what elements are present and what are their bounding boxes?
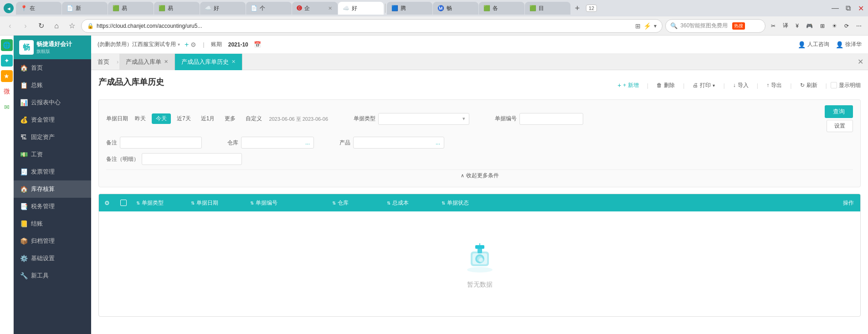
- translate-tool-btn[interactable]: 译: [780, 20, 791, 32]
- tab-item-8[interactable]: ☁️ 好: [338, 2, 384, 15]
- show-cols-check[interactable]: 显示明细: [831, 82, 861, 89]
- sidebar-item-ledger[interactable]: 📋 总账: [14, 77, 91, 94]
- product-select[interactable]: ...: [353, 137, 444, 149]
- query-btn[interactable]: 查询: [825, 105, 853, 118]
- tab-item-7[interactable]: 🅒 企 ✕: [292, 2, 338, 15]
- company-settings-icon[interactable]: ⚙: [190, 41, 196, 48]
- export-btn[interactable]: ↑ 导出: [762, 80, 786, 91]
- nav-home-btn[interactable]: ⌂: [50, 20, 63, 32]
- breadcrumb-tab-history-close[interactable]: ✕: [231, 59, 236, 65]
- close-panel-btn[interactable]: ✕: [858, 57, 863, 66]
- collapse-btn[interactable]: ∧ 收起更多条件: [106, 170, 853, 181]
- sidebar-item-newtool[interactable]: 🔧 新工具: [14, 267, 91, 284]
- type-select[interactable]: ▾: [378, 113, 469, 125]
- tab-item-1[interactable]: 📍 在: [16, 2, 62, 15]
- print-btn[interactable]: 🖨 打印 ▾: [688, 80, 719, 91]
- icon-sidebar-weibo[interactable]: 微: [1, 86, 13, 98]
- header-checkbox[interactable]: [120, 200, 127, 206]
- th-checkbox[interactable]: [115, 200, 132, 206]
- delete-btn[interactable]: 🗑 删除: [652, 80, 679, 91]
- game-tool-btn[interactable]: 🎮: [803, 20, 816, 32]
- sidebar-item-home[interactable]: 🏠 首页: [14, 59, 91, 77]
- date-btn-custom[interactable]: 自定义: [241, 113, 266, 124]
- nav-refresh-btn[interactable]: ↻: [35, 20, 47, 32]
- browser-back-icon[interactable]: ◂: [4, 3, 14, 13]
- sidebar-item-inventory[interactable]: 🏠 库存核算: [14, 180, 91, 198]
- tab-item-3[interactable]: 🟩 易: [108, 2, 154, 15]
- import-btn[interactable]: ↓ 导入: [729, 80, 753, 91]
- search-settings-btn[interactable]: 设置: [827, 120, 853, 132]
- search-bar[interactable]: 🔍 360智能抠图免费用 热搜: [665, 19, 765, 33]
- performance-icon[interactable]: ⚡: [643, 22, 651, 30]
- notes-input[interactable]: [120, 137, 202, 149]
- browser-settings-btn[interactable]: ⋯: [853, 20, 864, 32]
- tab-item-6[interactable]: 📄 个: [246, 2, 292, 15]
- tab-close-7[interactable]: ✕: [327, 5, 333, 12]
- detail-notes-input[interactable]: [142, 153, 242, 165]
- scissors-tool-btn[interactable]: ✂: [768, 20, 778, 32]
- th-status[interactable]: ⇅ 单据状态: [437, 199, 496, 207]
- address-bar[interactable]: 🔒 https://cloud.chanjet.com/accounting/u…: [81, 19, 663, 33]
- tab-item-9[interactable]: 🟦 腾: [387, 2, 432, 15]
- sidebar-item-report[interactable]: 📊 云报表中心: [14, 94, 91, 111]
- window-restore-btn[interactable]: ⧉: [842, 3, 853, 14]
- currency-tool-btn[interactable]: ¥: [793, 20, 801, 32]
- sidebar-item-fixed-assets[interactable]: 🏗 固定资产: [14, 128, 91, 146]
- more-tools-btn[interactable]: ⟳: [842, 20, 852, 32]
- extensions-icon[interactable]: ⊞: [635, 22, 641, 30]
- th-warehouse[interactable]: ⇅ 仓库: [328, 199, 382, 207]
- window-close-btn[interactable]: ✕: [855, 3, 866, 14]
- sidebar-item-basic[interactable]: ⚙️ 基础设置: [14, 250, 91, 267]
- icon-sidebar-chanjet[interactable]: ✦: [1, 55, 13, 67]
- tab-item-11[interactable]: 🟩 各: [479, 2, 524, 15]
- sidebar-item-settlement[interactable]: 📒 结账: [14, 215, 91, 232]
- show-cols-checkbox[interactable]: [831, 82, 837, 88]
- breadcrumb-tab-history[interactable]: 产成品入库单历史 ✕: [175, 54, 242, 70]
- add-company-btn[interactable]: +: [185, 41, 189, 49]
- company-select[interactable]: (勿删勿禁用）江西服宝测试专用 ▾ + ⚙: [98, 41, 196, 49]
- tab-item-2[interactable]: 📄 新: [62, 2, 108, 15]
- refresh-btn[interactable]: ↻ 刷新: [796, 80, 822, 91]
- date-btn-more[interactable]: 更多: [221, 113, 240, 124]
- icon-sidebar-main[interactable]: 🌐: [1, 39, 13, 51]
- date-btn-1month[interactable]: 近1月: [197, 113, 219, 124]
- date-btn-today[interactable]: 今天: [152, 113, 171, 124]
- icon-sidebar-star[interactable]: ★: [1, 70, 13, 82]
- sun-tool-btn[interactable]: ☀: [829, 20, 840, 32]
- new-btn[interactable]: + + 新增: [613, 80, 643, 91]
- nav-back-btn[interactable]: ‹: [4, 20, 16, 32]
- tab-item-4[interactable]: 🟩 易: [154, 2, 200, 15]
- date-btn-yesterday[interactable]: 昨天: [131, 113, 150, 124]
- layout-tool-btn[interactable]: ⊞: [817, 20, 827, 32]
- sidebar-item-invoice[interactable]: 🧾 发票管理: [14, 163, 91, 180]
- th-cost[interactable]: ⇅ 总成本: [382, 199, 437, 207]
- user-consult-btn[interactable]: 👤 人工咨询: [798, 41, 829, 48]
- window-minimize-btn[interactable]: —: [830, 3, 841, 14]
- user-avatar-btn[interactable]: 👤 徐泽华: [836, 41, 862, 48]
- nav-bookmark-btn[interactable]: ☆: [66, 20, 78, 32]
- th-settings[interactable]: ⚙: [99, 200, 115, 206]
- new-tab-button[interactable]: +: [571, 2, 584, 15]
- icon-sidebar-mail[interactable]: ✉: [1, 101, 13, 113]
- sidebar-item-finance[interactable]: 💰 资金管理: [14, 111, 91, 128]
- warehouse-select[interactable]: ...: [241, 137, 314, 149]
- th-type[interactable]: ⇅ 单据类型: [132, 199, 186, 207]
- th-date[interactable]: ⇅ 单据日期: [186, 199, 246, 207]
- sidebar-item-salary[interactable]: 💵 工资: [14, 146, 91, 163]
- address-chevron-icon[interactable]: ▾: [654, 23, 657, 29]
- tab-item-5[interactable]: ☁️ 好: [200, 2, 246, 15]
- sidebar-item-archive[interactable]: 📦 归档管理: [14, 232, 91, 250]
- number-input[interactable]: [519, 113, 583, 125]
- nav-forward-btn[interactable]: ›: [19, 20, 32, 32]
- sidebar-item-tax[interactable]: 📑 税务管理: [14, 198, 91, 215]
- tab-item-10[interactable]: Ⓜ️ 畅: [433, 2, 478, 15]
- breadcrumb-tab-list-close[interactable]: ✕: [164, 59, 168, 65]
- tab-item-12[interactable]: 🟩 目: [525, 2, 570, 15]
- period-calendar-icon[interactable]: 📅: [254, 41, 261, 48]
- date-btn-7days[interactable]: 近7天: [173, 113, 195, 124]
- th-number[interactable]: ⇅ 单据编号: [246, 199, 328, 207]
- breadcrumb-home[interactable]: 首页: [91, 54, 116, 70]
- warehouse-dots: ...: [305, 139, 310, 146]
- breadcrumb-tab-list[interactable]: 产成品入库单 ✕: [119, 54, 175, 70]
- svg-point-5: [479, 258, 483, 262]
